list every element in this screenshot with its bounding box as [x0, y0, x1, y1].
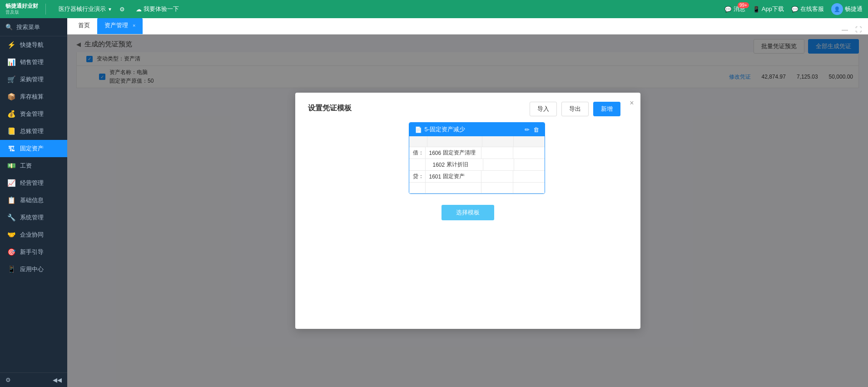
user-btn[interactable]: 👤 畅捷通 — [831, 3, 863, 15]
sidebar-item-label: 资金管理 — [20, 110, 44, 118]
settings-icon-btn[interactable]: ⚙ — [116, 3, 129, 15]
modal-title: 设置凭证模板 — [308, 104, 352, 113]
col-account — [427, 136, 482, 147]
choose-btn-area: 选择模板 — [308, 205, 628, 220]
sidebar-item-app-center[interactable]: 📱 应用中心 — [0, 261, 67, 278]
window-maximize-btn[interactable]: ⛶ — [853, 25, 864, 34]
basic-info-icon: 📋 — [7, 196, 15, 204]
cell-debit-4 — [481, 183, 513, 193]
message-icon: 💬 — [724, 6, 732, 13]
sidebar-item-label: 经营管理 — [20, 179, 44, 187]
cell-direction-3: 贷： — [409, 171, 426, 182]
tab-asset-mgmt[interactable]: 资产管理 × — [97, 18, 143, 34]
cell-credit-2 — [514, 159, 545, 170]
template-card-header-left: 📄 5-固定资产减少 — [415, 125, 466, 134]
sales-icon: 📊 — [7, 58, 15, 66]
app-download-btn[interactable]: 📱 App下载 — [753, 5, 784, 13]
service-icon: 💬 — [791, 6, 799, 13]
top-bar-center: 医疗器械行业演示 ▼ ⚙ ☁ 我要体验一下 — [50, 3, 724, 15]
message-badge: 99+ — [738, 2, 749, 8]
sidebar-item-label: 新手引导 — [20, 248, 44, 256]
message-btn[interactable]: 💬 消息 99+ — [724, 5, 745, 13]
cell-account-1: 1606 固定资产清理 — [426, 147, 481, 159]
template-data-row-3: 贷： 1601 固定资产 — [409, 171, 545, 183]
tab-asset-mgmt-label: 资产管理 — [104, 21, 128, 30]
import-btn[interactable]: 导入 — [530, 102, 557, 116]
sidebar-item-label: 基础信息 — [20, 196, 44, 204]
cloud-icon: ☁ — [136, 6, 142, 13]
search-icon: 🔍 — [5, 24, 13, 30]
template-data-row-1: 借： 1606 固定资产清理 — [409, 147, 545, 159]
cell-account-3: 1601 固定资产 — [426, 171, 481, 182]
company-selector[interactable]: 医疗器械行业演示 ▼ — [59, 5, 112, 13]
online-service-btn[interactable]: 💬 在线客服 — [791, 5, 824, 13]
sidebar-item-ledger[interactable]: 📒 总账管理 — [0, 123, 67, 140]
cell-direction-4 — [409, 183, 426, 193]
template-edit-icon[interactable]: ✏ — [525, 126, 530, 133]
cell-credit-4 — [513, 183, 545, 193]
cell-direction-2 — [409, 159, 426, 170]
export-btn[interactable]: 导出 — [561, 102, 589, 116]
sidebar: 🔍 搜索菜单 ⚡ 快捷导航 📊 销售管理 🛒 采购管理 📦 — [0, 18, 67, 387]
sidebar-item-salary[interactable]: 💵 工资 — [0, 157, 67, 174]
sidebar-item-sales[interactable]: 📊 销售管理 — [0, 54, 67, 71]
sidebar-item-business[interactable]: 📈 经营管理 — [0, 174, 67, 192]
sidebar-scroll[interactable]: ⚡ 快捷导航 📊 销售管理 🛒 采购管理 📦 库存核算 💰 资金管理 — [0, 36, 67, 372]
user-icon: 👤 — [834, 6, 840, 12]
sidebar-item-cooperation[interactable]: 🤝 企业协同 — [0, 226, 67, 243]
template-card-header: 📄 5-固定资产减少 ✏ 🗑 — [409, 123, 545, 136]
cooperation-icon: 🤝 — [7, 231, 15, 239]
sidebar-item-system[interactable]: 🔧 系统管理 — [0, 209, 67, 226]
top-bar-left: 畅捷通好业财 普及版 — [5, 3, 42, 15]
modal-close-btn[interactable]: × — [630, 99, 634, 107]
trial-btn[interactable]: ☁ 我要体验一下 — [136, 5, 179, 13]
sidebar-item-capital[interactable]: 💰 资金管理 — [0, 105, 67, 123]
sidebar-search[interactable]: 🔍 搜索菜单 — [5, 23, 62, 31]
download-icon: 📱 — [753, 6, 760, 13]
template-name: 5-固定资产减少 — [425, 125, 466, 134]
sidebar-collapse-btn[interactable]: ◀◀ — [53, 377, 62, 383]
template-delete-icon[interactable]: 🗑 — [533, 126, 539, 133]
sidebar-item-label: 销售管理 — [20, 58, 44, 66]
sidebar-header: 🔍 搜索菜单 — [0, 18, 67, 36]
new-btn[interactable]: 新增 — [593, 102, 620, 116]
business-icon: 📈 — [7, 179, 15, 187]
sidebar-item-fixed-assets[interactable]: 🏗 固定资产 — [0, 140, 67, 157]
settings-icon: ⚙ — [119, 6, 125, 13]
cell-debit-1 — [481, 147, 513, 159]
sidebar-item-inventory[interactable]: 📦 库存核算 — [0, 88, 67, 105]
template-file-icon: 📄 — [415, 126, 422, 133]
tab-home[interactable]: 首页 — [71, 18, 97, 34]
app-edition: 普及版 — [5, 9, 38, 15]
cell-account-2: 1602 累计折旧 — [426, 159, 483, 170]
sidebar-item-label: 采购管理 — [20, 75, 44, 84]
col-credit — [514, 136, 545, 147]
tab-close-icon[interactable]: × — [133, 23, 135, 28]
col-direction — [409, 136, 427, 147]
sidebar-item-label: 企业协同 — [20, 231, 44, 239]
template-data-row-4 — [409, 183, 545, 194]
system-icon: 🔧 — [7, 213, 15, 222]
sidebar-item-basic-info[interactable]: 📋 基础信息 — [0, 192, 67, 209]
sidebar-item-quick-nav[interactable]: ⚡ 快捷导航 — [0, 36, 67, 54]
choose-template-btn[interactable]: 选择模板 — [441, 205, 494, 220]
avatar: 👤 — [831, 3, 843, 15]
app-download-label: App下载 — [762, 5, 784, 13]
inventory-icon: 📦 — [7, 93, 15, 101]
window-minimize-btn[interactable]: — — [839, 25, 851, 34]
template-card-body: 借： 1606 固定资产清理 — [409, 136, 545, 194]
sidebar-settings-btn[interactable]: ⚙ — [5, 377, 11, 383]
ledger-icon: 📒 — [7, 127, 15, 135]
sidebar-item-guide[interactable]: 🎯 新手引导 — [0, 243, 67, 261]
col-debit — [482, 136, 514, 147]
modal: × 导入 导出 新增 设置凭证模板 — [295, 93, 640, 329]
user-label: 畅捷通 — [845, 5, 863, 13]
sidebar-item-purchase[interactable]: 🛒 采购管理 — [0, 71, 67, 88]
chevron-down-icon: ▼ — [108, 7, 112, 12]
cell-debit-3 — [481, 171, 513, 182]
cell-debit-2 — [483, 159, 514, 170]
template-card-actions: ✏ 🗑 — [525, 126, 539, 133]
template-header-row — [409, 136, 545, 147]
sidebar-item-label: 总账管理 — [20, 127, 44, 135]
template-area: 📄 5-固定资产减少 ✏ 🗑 — [308, 122, 628, 194]
